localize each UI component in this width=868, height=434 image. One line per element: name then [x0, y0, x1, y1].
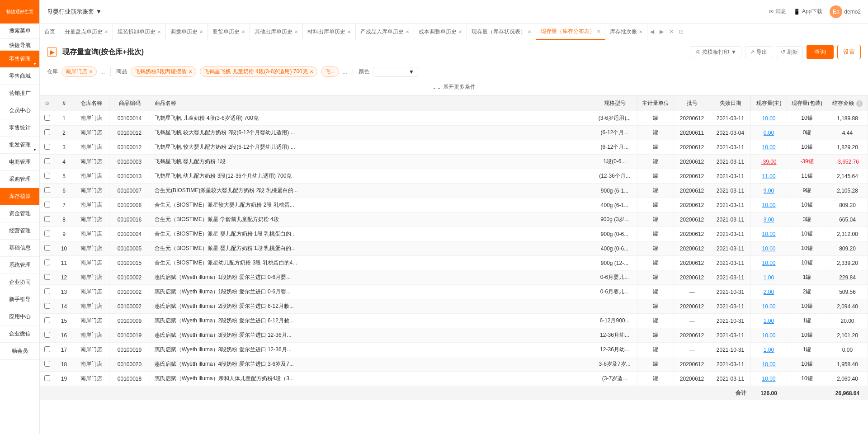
message-button[interactable]: ✉ 消息 [769, 8, 786, 15]
cell-check[interactable] [40, 126, 55, 140]
cell-stock-main[interactable]: 10.00 [751, 140, 787, 155]
table-settings-icon[interactable]: ⚙ [45, 100, 50, 107]
tab-home[interactable]: 首页 [40, 24, 60, 40]
tab-close-all-button[interactable]: ✕ [666, 24, 676, 40]
amount-info-icon[interactable]: i [856, 100, 863, 107]
print-button[interactable]: 🖨 按模板打印 ▼ [690, 46, 741, 58]
cell-stock-main[interactable]: 10.00 [751, 111, 787, 126]
cell-check[interactable] [40, 155, 55, 169]
sidebar-item-quick-nav[interactable]: 快捷导航 [0, 39, 39, 51]
row-checkbox[interactable] [44, 317, 50, 323]
tab-product-in[interactable]: 产成品入库单历史 ✕ [356, 24, 414, 40]
cell-stock-main[interactable]: -39.00 [751, 155, 787, 169]
user-avatar-area[interactable]: Ea demo2 [830, 5, 861, 18]
app-download-button[interactable]: 📱 App下载 [793, 8, 822, 15]
sidebar-item-wholesale[interactable]: 批发管理 [0, 137, 39, 154]
cell-stock-main[interactable]: 11.00 [751, 169, 787, 184]
cell-stock-main[interactable]: 0.00 [751, 126, 787, 140]
tab-close-icon[interactable]: ✕ [458, 29, 462, 34]
product-tag-close-icon-2[interactable]: ✕ [310, 69, 313, 74]
tab-stock-dist[interactable]: 现存量（库存分布表） ✕ [536, 24, 605, 40]
tab-disassemble[interactable]: 组装拆卸单历史 ✕ [113, 24, 166, 40]
row-checkbox[interactable] [44, 245, 50, 251]
row-checkbox[interactable] [44, 144, 50, 150]
tab-close-icon[interactable]: ✕ [157, 29, 161, 34]
tab-close-icon[interactable]: ✕ [294, 29, 298, 34]
cell-check[interactable] [40, 241, 55, 256]
tab-stock-status[interactable]: 现存量（库存状况表） ✕ [467, 24, 536, 40]
sidebar-item-ecommerce[interactable]: 电商管理 [0, 154, 39, 171]
cell-check[interactable] [40, 314, 55, 328]
cell-stock-main[interactable]: 10.00 [751, 256, 787, 270]
sidebar-toggle-button[interactable]: ▶ [47, 47, 57, 57]
cell-check[interactable] [40, 328, 55, 343]
warehouse-tag-close-icon[interactable]: ✕ [89, 69, 93, 74]
sidebar-item-enterprise[interactable]: 企业协同 [0, 274, 39, 291]
sidebar-item-basic-info[interactable]: 基础信息 [0, 240, 39, 257]
product-tag-2[interactable]: 飞鹤星飞帆 儿童奶粉 4段(3-6岁适用) 700克 ✕ [200, 66, 317, 77]
sidebar-item-retail-stats[interactable]: 零售统计 [0, 119, 39, 137]
row-checkbox[interactable] [44, 129, 50, 135]
sidebar-item-finance[interactable]: 资金管理 [0, 205, 39, 222]
tab-material-out[interactable]: 材料出库单历史 ✕ [303, 24, 356, 40]
sidebar-item-retail-mgmt[interactable]: 零售管理 [0, 51, 39, 68]
cell-check[interactable] [40, 198, 55, 212]
tab-close-icon[interactable]: ✕ [406, 29, 409, 34]
cell-check[interactable] [40, 227, 55, 241]
tab-other-out[interactable]: 其他出库单历史 ✕ [250, 24, 303, 40]
cell-check[interactable] [40, 169, 55, 184]
tab-split-inventory[interactable]: 分量盘点单历史 ✕ [60, 24, 113, 40]
row-checkbox[interactable] [44, 361, 50, 367]
row-checkbox[interactable] [44, 158, 50, 164]
cell-check[interactable] [40, 140, 55, 155]
product-tag-3[interactable]: 飞... [321, 66, 339, 77]
cell-check[interactable] [40, 270, 55, 285]
tab-mix-single[interactable]: 调拨单历史 ✕ [166, 24, 208, 40]
row-checkbox[interactable] [44, 202, 50, 208]
cell-check[interactable] [40, 299, 55, 314]
cell-check[interactable] [40, 212, 55, 227]
cell-check[interactable] [40, 111, 55, 126]
product-tag-close-icon-1[interactable]: ✕ [189, 69, 192, 74]
cell-check[interactable] [40, 256, 55, 270]
sidebar-item-member-card[interactable]: 畅会员 [0, 343, 39, 360]
row-checkbox[interactable] [44, 346, 50, 352]
product-more-label[interactable]: ... [343, 69, 347, 75]
sidebar-item-system[interactable]: 系统管理 [0, 257, 39, 274]
col-header-settings[interactable]: ⚙ [40, 96, 55, 111]
cell-stock-main[interactable]: 10.00 [751, 227, 787, 241]
cell-stock-main[interactable]: 2.00 [751, 285, 787, 299]
cell-stock-main[interactable]: 9.00 [751, 184, 787, 198]
product-tag-1[interactable]: 飞鹤奶粉3段丙罐摆装 ✕ [131, 66, 196, 77]
tab-close-icon[interactable]: ✕ [104, 29, 108, 34]
sidebar-item-search[interactable]: 搜索菜单 [0, 24, 39, 39]
sidebar-item-marketing[interactable]: 营销推广 [0, 85, 39, 102]
refresh-button[interactable]: ↺ 刷新 [776, 46, 803, 58]
cell-check[interactable] [40, 357, 55, 372]
cell-check[interactable] [40, 285, 55, 299]
row-checkbox[interactable] [44, 173, 50, 179]
export-button[interactable]: ↗ 导出 [745, 46, 772, 58]
tab-close-icon[interactable]: ✕ [241, 29, 245, 34]
cell-stock-main[interactable]: 1.00 [751, 270, 787, 285]
sidebar-item-app-center[interactable]: 应用中心 [0, 308, 39, 326]
sidebar-item-purchase[interactable]: 采购管理 [0, 171, 39, 188]
row-checkbox[interactable] [44, 332, 50, 338]
tab-batch-account[interactable]: 库存批次账 ✕ [605, 24, 647, 40]
cell-check[interactable] [40, 184, 55, 198]
tab-next-button[interactable]: ▶ [657, 24, 666, 40]
row-checkbox[interactable] [44, 288, 50, 294]
tab-want-goods[interactable]: 要货单历史 ✕ [208, 24, 250, 40]
cell-stock-main[interactable]: 1.00 [751, 343, 787, 357]
cell-check[interactable] [40, 343, 55, 357]
cell-stock-main[interactable]: 1.00 [751, 314, 787, 328]
cell-stock-main[interactable]: 10.00 [751, 328, 787, 343]
row-checkbox[interactable] [44, 231, 50, 236]
cell-stock-main[interactable]: 10.00 [751, 198, 787, 212]
tab-close-icon[interactable]: ✕ [639, 29, 642, 34]
row-checkbox[interactable] [44, 187, 50, 193]
tab-prev-button[interactable]: ◀ [647, 24, 657, 40]
settings-button[interactable]: 设置 [837, 45, 861, 59]
tab-close-icon[interactable]: ✕ [199, 29, 203, 34]
row-checkbox[interactable] [44, 303, 50, 309]
